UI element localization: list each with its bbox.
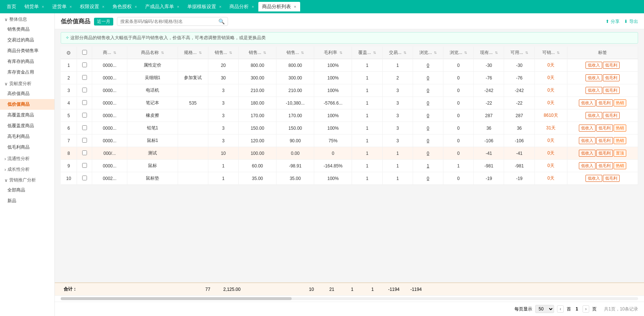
row-checkbox[interactable] (82, 75, 87, 80)
row-sales-amt2: -98.91 (276, 160, 314, 172)
row-spec (178, 172, 208, 185)
pagination-next[interactable]: › (583, 305, 589, 313)
sidebar-item-low-coverage[interactable]: 低覆盖度商品 (0, 120, 54, 131)
browse1-link[interactable]: 0 (427, 126, 429, 131)
nav-tab-permissions[interactable]: 权限设置 × (76, 2, 108, 11)
close-icon[interactable]: × (252, 4, 254, 9)
sidebar-item-sales-products[interactable]: 销售类商品 (0, 24, 54, 35)
page-header: 低价值商品 近一月 🔍 ⬆ 分享 ⬇ 导出 (55, 13, 644, 29)
nav-tab-product-analysis[interactable]: 商品分析 × (226, 2, 258, 11)
sidebar-item-traded-products[interactable]: 交易过的商品 (0, 35, 54, 45)
row-checkbox[interactable] (82, 176, 87, 180)
row-coverage: 1 (352, 172, 382, 185)
settings-col-header[interactable]: ⚙ (61, 47, 77, 59)
row-num: 3 (61, 84, 77, 97)
close-icon[interactable]: × (102, 4, 104, 9)
nav-tab-product-analysis-list[interactable]: 商品分析列表 × (258, 2, 300, 11)
period-tag[interactable]: 近一月 (94, 18, 113, 26)
horizontal-scrollbar[interactable] (55, 295, 644, 302)
pagination-total-info: 共1页，10条记录 (604, 306, 638, 312)
row-saleable: 0天 (534, 84, 567, 97)
browse1-link[interactable]: 0 (427, 75, 429, 81)
row-browse1: 0 (413, 122, 443, 135)
pagination-prev[interactable]: ‹ (557, 305, 564, 313)
browse1-link[interactable]: 0 (427, 151, 429, 156)
browse1-link[interactable]: 0 (427, 63, 429, 68)
row-gross-margin: 100% (314, 84, 352, 97)
nav-tab-home[interactable]: 首页 (3, 2, 20, 11)
sidebar-item-low-value[interactable]: 低价值商品 (0, 99, 54, 110)
row-browse2: 1 (443, 160, 474, 172)
browse1-link[interactable]: 0 (427, 113, 429, 118)
row-sales-amt2: 150.00 (276, 122, 314, 135)
row-sales-amt2: 800.00 (276, 59, 314, 72)
sidebar-item-inventory-funds[interactable]: 库存资金占用 (0, 67, 54, 78)
browse1-link[interactable]: 0 (427, 176, 429, 181)
sidebar-item-all-products[interactable]: 全部商品 (0, 185, 54, 196)
row-num: 9 (61, 160, 77, 172)
row-checkbox[interactable] (82, 113, 87, 118)
sidebar-item-high-value[interactable]: 高价值商品 (0, 88, 54, 99)
row-sales-qty: 3 (208, 135, 238, 147)
share-button[interactable]: ⬆ 分享 (606, 18, 620, 25)
row-checkbox[interactable] (82, 88, 87, 92)
row-current-stock: -19 (474, 172, 504, 185)
search-input[interactable] (120, 19, 216, 24)
sidebar-item-high-coverage[interactable]: 高覆盖度商品 (0, 110, 54, 120)
sidebar-item-low-margin[interactable]: 低毛利商品 (0, 142, 54, 153)
close-icon[interactable]: × (294, 4, 296, 9)
row-browse1: 0 (413, 97, 443, 109)
scrollbar-thumb[interactable] (61, 297, 292, 300)
row-tags: 低收入低毛利 (567, 84, 638, 97)
row-trade: 3 (382, 109, 413, 122)
sidebar-item-stocked-products[interactable]: 有库存的商品 (0, 56, 54, 67)
per-page-select[interactable]: 50 100 200 (535, 305, 554, 313)
row-checkbox[interactable] (82, 150, 87, 155)
sidebar-group-overall[interactable]: ∨ 整体信息 (0, 13, 54, 24)
row-name: 鼠标1 (127, 135, 178, 147)
row-code: 000/... (92, 147, 127, 160)
table-body: 10000...属性定价20800.00800.00100%1100-30-30… (61, 59, 638, 185)
sidebar-group-growth[interactable]: › 成长性分析 (0, 163, 54, 174)
browse1-link[interactable]: 1 (427, 163, 429, 169)
select-all-checkbox[interactable] (82, 50, 87, 55)
settings-icon[interactable]: ⚙ (66, 50, 71, 56)
row-current-stock: 36 (474, 122, 504, 135)
browse1-link[interactable]: 0 (427, 101, 429, 106)
close-icon[interactable]: × (135, 4, 137, 9)
checkbox-col-header[interactable] (77, 47, 92, 59)
sidebar-item-category-sales-rate[interactable]: 商品分类销售率 (0, 45, 54, 56)
tag: 低收入 (579, 125, 596, 132)
pagination-current-page: 1 (576, 306, 578, 312)
sidebar-item-high-margin[interactable]: 高毛利商品 (0, 131, 54, 142)
browse1-link[interactable]: 0 (427, 138, 429, 143)
search-icon[interactable]: 🔍 (218, 18, 225, 24)
row-checkbox[interactable] (82, 62, 87, 67)
row-checkbox[interactable] (82, 100, 87, 105)
close-icon[interactable]: × (219, 4, 221, 9)
table-row: 20000...吴细细1参加复试30300.00300.00100%1200-7… (61, 72, 638, 84)
row-browse2: 0 (443, 72, 474, 84)
row-browse1: 0 (413, 172, 443, 185)
close-icon[interactable]: × (70, 4, 72, 9)
row-saleable: 0天 (534, 72, 567, 84)
sidebar-item-new-products[interactable]: 新品 (0, 196, 54, 206)
row-checkbox[interactable] (82, 125, 87, 130)
sidebar-group-marketing[interactable]: ∨ 营销推广分析 (0, 174, 54, 185)
close-icon[interactable]: × (177, 4, 179, 9)
row-trade: 3 (382, 97, 413, 109)
close-icon[interactable]: × (42, 4, 44, 9)
tag: 低收入 (579, 162, 596, 169)
nav-tab-sales[interactable]: 销货单 × (21, 2, 48, 11)
export-button[interactable]: ⬇ 导出 (624, 18, 638, 25)
nav-tab-template[interactable]: 单据模板设置 × (184, 2, 225, 11)
main-layout: ∨ 整体信息 销售类商品 交易过的商品 商品分类销售率 有库存的商品 库存资金占… (0, 13, 644, 316)
browse1-link[interactable]: 0 (427, 88, 429, 93)
nav-tab-purchase[interactable]: 进货单 × (48, 2, 76, 11)
row-checkbox[interactable] (82, 138, 87, 143)
nav-tab-product-stock[interactable]: 产成品入库单 × (141, 2, 183, 11)
nav-tab-role-auth[interactable]: 角色授权 × (109, 2, 141, 11)
sidebar-group-circulation[interactable]: › 流通性分析 (0, 153, 54, 163)
row-checkbox[interactable] (82, 163, 87, 168)
sidebar-group-contribution[interactable]: ∨ 贡献度分析 (0, 78, 54, 88)
